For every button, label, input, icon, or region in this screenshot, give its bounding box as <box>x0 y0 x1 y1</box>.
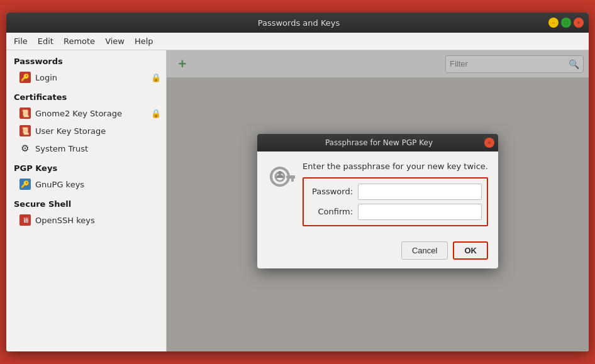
login-lock-icon: 🔒 <box>151 73 161 82</box>
sidebar-item-userkey[interactable]: 📜 User Key Storage <box>6 122 166 140</box>
window-title: Passwords and Keys <box>49 18 548 28</box>
sidebar: Passwords 🔑 Login 🔒 Certificates 📜 Gnome… <box>6 50 167 351</box>
confirm-row: Confirm: <box>309 204 482 220</box>
svg-point-5 <box>278 171 282 175</box>
dialog-close-button[interactable]: × <box>484 138 494 148</box>
sidebar-item-systemtrust-label: System Trust <box>35 144 88 153</box>
sidebar-item-systemtrust[interactable]: ⚙ System Trust <box>6 140 166 157</box>
menu-item-file[interactable]: File <box>9 34 33 48</box>
sidebar-section-passwords: Passwords <box>6 50 166 69</box>
menu-item-help[interactable]: Help <box>130 34 158 48</box>
dialog-title: Passphrase for New PGP Key <box>274 138 484 147</box>
gnome2-icon: 📜 <box>19 107 31 119</box>
sidebar-item-gnome2[interactable]: 📜 Gnome2 Key Storage 🔒 <box>6 104 166 122</box>
menu-item-remote[interactable]: Remote <box>58 34 100 48</box>
main-window: Passwords and Keys – □ × File Edit Remot… <box>6 13 589 351</box>
menu-item-edit[interactable]: Edit <box>33 34 58 48</box>
svg-rect-2 <box>286 175 295 179</box>
sidebar-item-openssh[interactable]: 🖥 OpenSSH keys <box>6 211 166 229</box>
cancel-button[interactable]: Cancel <box>401 241 448 260</box>
systemtrust-icon: ⚙ <box>19 142 31 155</box>
minimize-button[interactable]: – <box>548 18 559 28</box>
form-fields: Password: Confirm: <box>303 177 488 226</box>
login-icon: 🔑 <box>19 71 31 84</box>
password-row: Password: <box>309 184 482 200</box>
sidebar-item-login[interactable]: 🔑 Login 🔒 <box>6 69 166 86</box>
dialog-buttons: Cancel OK <box>257 236 498 268</box>
dialog-description: Enter the passphrase for your new key tw… <box>303 162 488 171</box>
sidebar-item-gnome2-label: Gnome2 Key Storage <box>35 109 122 118</box>
gnome2-lock-icon: 🔒 <box>151 109 161 118</box>
key-illustration <box>267 162 295 226</box>
dialog-overlay: Passphrase for New PGP Key × <box>167 50 589 351</box>
openssh-icon: 🖥 <box>19 214 31 226</box>
sidebar-item-userkey-label: User Key Storage <box>35 126 106 136</box>
passphrase-dialog: Passphrase for New PGP Key × <box>257 134 498 268</box>
confirm-input[interactable] <box>358 204 482 220</box>
sidebar-item-login-label: Login <box>35 73 57 82</box>
password-input[interactable] <box>358 184 482 200</box>
menu-item-view[interactable]: View <box>100 34 130 48</box>
maximize-button[interactable]: □ <box>561 18 571 28</box>
window-controls: – □ × <box>548 18 584 28</box>
sidebar-section-pgp: PGP Keys <box>6 157 166 175</box>
sidebar-section-certificates: Certificates <box>6 86 166 104</box>
key-svg <box>267 164 295 202</box>
close-button[interactable]: × <box>574 18 584 28</box>
sidebar-item-openssh-label: OpenSSH keys <box>35 216 95 225</box>
main-panel: + 🔍 Passphrase for New PGP Key × <box>167 50 589 351</box>
svg-rect-3 <box>291 179 294 182</box>
title-bar: Passwords and Keys – □ × <box>6 13 589 33</box>
ok-button[interactable]: OK <box>453 241 488 260</box>
sidebar-section-ssh: Secure Shell <box>6 193 166 211</box>
dialog-title-bar: Passphrase for New PGP Key × <box>257 134 498 152</box>
userkey-icon: 📜 <box>19 124 31 137</box>
dialog-form: Enter the passphrase for your new key tw… <box>303 162 488 226</box>
sidebar-item-gnupg[interactable]: 🔑 GnuPG keys <box>6 175 166 193</box>
menu-bar: File Edit Remote View Help <box>6 33 589 50</box>
password-label: Password: <box>309 187 353 196</box>
dialog-content: Enter the passphrase for your new key tw… <box>257 152 498 236</box>
sidebar-item-gnupg-label: GnuPG keys <box>35 180 84 189</box>
gnupg-icon: 🔑 <box>19 178 31 190</box>
content-area: Passwords 🔑 Login 🔒 Certificates 📜 Gnome… <box>6 50 589 351</box>
confirm-label: Confirm: <box>309 207 353 216</box>
